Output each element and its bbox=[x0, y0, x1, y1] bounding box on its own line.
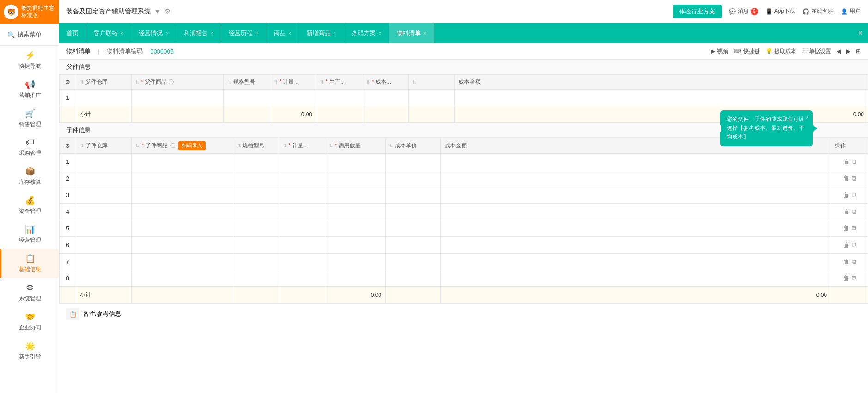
grid-view-btn[interactable]: ⊞ bbox=[856, 48, 861, 54]
parent-cost-sort-icon[interactable]: ⇅ bbox=[366, 79, 370, 85]
sidebar-item-operations[interactable]: 📊 经营管理 bbox=[0, 220, 59, 249]
child-col-settings[interactable]: ⚙ bbox=[60, 138, 76, 154]
child-unit-6[interactable] bbox=[279, 237, 326, 254]
child-warehouse-3[interactable] bbox=[76, 187, 132, 204]
search-menu-button[interactable]: 🔍 搜索菜单 bbox=[4, 28, 55, 42]
child-unit-price-4[interactable] bbox=[386, 204, 441, 220]
copy-row-7-button[interactable]: ⧉ bbox=[852, 258, 856, 266]
tab-bom-close[interactable]: × bbox=[423, 30, 426, 36]
shortcut-btn[interactable]: ⌨ 快捷键 bbox=[734, 48, 760, 55]
sidebar-item-quick-nav[interactable]: ⚡ 快捷导航 bbox=[0, 46, 59, 75]
copy-row-8-button[interactable]: ⧉ bbox=[852, 274, 856, 282]
child-qty-8[interactable] bbox=[326, 270, 386, 287]
tab-history-close[interactable]: × bbox=[255, 30, 258, 36]
sidebar-item-inventory[interactable]: 📦 库存核算 bbox=[0, 162, 59, 191]
tab-operations-close[interactable]: × bbox=[165, 30, 168, 36]
tab-operations[interactable]: 经营情况 × bbox=[131, 23, 176, 43]
child-warehouse-sort-icon[interactable]: ⇅ bbox=[80, 143, 84, 148]
tab-goods[interactable]: 商品 × bbox=[266, 23, 299, 43]
message-button[interactable]: 💬 消息 6 bbox=[729, 7, 758, 15]
tab-goods-close[interactable]: × bbox=[289, 30, 291, 36]
child-product-6[interactable] bbox=[132, 237, 233, 254]
child-unit-price-1[interactable] bbox=[386, 154, 441, 170]
delete-row-3-button[interactable]: 🗑 bbox=[843, 191, 849, 199]
child-qty-6[interactable] bbox=[326, 237, 386, 254]
child-qty-2[interactable] bbox=[326, 170, 386, 187]
parent-production-sort-icon[interactable]: ⇅ bbox=[320, 79, 324, 85]
child-unit-price-sort-icon[interactable]: ⇅ bbox=[389, 143, 393, 148]
prev-btn[interactable]: ◀ bbox=[837, 48, 841, 54]
child-spec-5[interactable] bbox=[233, 220, 279, 237]
child-spec-8[interactable] bbox=[233, 270, 279, 287]
child-unit-price-2[interactable] bbox=[386, 170, 441, 187]
child-product-2[interactable] bbox=[132, 170, 233, 187]
parent-unit-sort-icon[interactable]: ⇅ bbox=[274, 79, 277, 85]
delete-row-8-button[interactable]: 🗑 bbox=[843, 274, 849, 282]
tab-profit-close[interactable]: × bbox=[211, 30, 213, 36]
parent-product-sort-icon[interactable]: ⇅ bbox=[135, 79, 139, 85]
copy-row-3-button[interactable]: ⧉ bbox=[852, 191, 856, 199]
tab-profit[interactable]: 利润报告 × bbox=[176, 23, 221, 43]
tab-customer-close[interactable]: × bbox=[121, 30, 123, 36]
parent-spec-1[interactable] bbox=[224, 90, 270, 106]
app-download-button[interactable]: 📱 App下载 bbox=[766, 7, 795, 15]
online-service-button[interactable]: 🎧 在线客服 bbox=[802, 7, 833, 15]
child-unit-sort-icon[interactable]: ⇅ bbox=[283, 143, 287, 148]
tooltip-close-button[interactable]: × bbox=[806, 113, 809, 122]
child-spec-1[interactable] bbox=[233, 154, 279, 170]
breadcrumb-bom-list[interactable]: 物料清单 bbox=[66, 47, 90, 55]
sidebar-item-marketing[interactable]: 📢 营销推广 bbox=[0, 75, 59, 104]
child-unit-price-8[interactable] bbox=[386, 270, 441, 287]
child-warehouse-8[interactable] bbox=[76, 270, 132, 287]
sidebar-item-finance[interactable]: 💰 资金管理 bbox=[0, 191, 59, 220]
tab-barcode[interactable]: 条码方案 × bbox=[344, 23, 389, 43]
sidebar-item-guide[interactable]: 🌟 新手引导 bbox=[0, 336, 59, 365]
child-spec-4[interactable] bbox=[233, 204, 279, 220]
child-unit-1[interactable] bbox=[279, 154, 326, 170]
child-product-3[interactable] bbox=[132, 187, 233, 204]
sidebar-item-enterprise[interactable]: 🤝 企业协同 bbox=[0, 307, 59, 336]
child-qty-5[interactable] bbox=[326, 220, 386, 237]
extract-cost-btn[interactable]: 💡 提取成本 bbox=[766, 48, 796, 55]
notes-icon-button[interactable]: 📋 bbox=[66, 308, 79, 320]
child-qty-3[interactable] bbox=[326, 187, 386, 204]
child-unit-8[interactable] bbox=[279, 270, 326, 287]
tab-customer[interactable]: 客户联络 × bbox=[86, 23, 131, 43]
child-unit-2[interactable] bbox=[279, 170, 326, 187]
tab-new-goods[interactable]: 新增商品 × bbox=[299, 23, 344, 43]
sidebar-item-purchase[interactable]: 🏷 采购管理 bbox=[0, 133, 59, 162]
parent-spec-sort-icon[interactable]: ⇅ bbox=[228, 79, 231, 85]
delete-row-7-button[interactable]: 🗑 bbox=[843, 258, 849, 266]
child-product-1[interactable] bbox=[132, 154, 233, 170]
dropdown-icon[interactable]: ▼ bbox=[154, 8, 161, 15]
parent-product-1[interactable] bbox=[132, 90, 224, 106]
child-qty-sort-icon[interactable]: ⇅ bbox=[329, 143, 333, 148]
child-spec-3[interactable] bbox=[233, 187, 279, 204]
sidebar-item-system[interactable]: ⚙ 系统管理 bbox=[0, 278, 59, 307]
trial-button[interactable]: 体验行业方案 bbox=[673, 5, 722, 18]
child-warehouse-7[interactable] bbox=[76, 254, 132, 270]
tab-barcode-close[interactable]: × bbox=[379, 30, 381, 36]
sidebar-item-sales[interactable]: 🛒 销售管理 bbox=[0, 104, 59, 133]
child-unit-4[interactable] bbox=[279, 204, 326, 220]
delete-row-2-button[interactable]: 🗑 bbox=[843, 175, 849, 182]
child-warehouse-1[interactable] bbox=[76, 154, 132, 170]
parent-warehouse-sort-icon[interactable]: ⇅ bbox=[80, 79, 84, 85]
parent-cost-1[interactable] bbox=[362, 90, 409, 106]
sidebar-item-basic-info[interactable]: 📋 基础信息 bbox=[0, 249, 59, 278]
child-product-sort-icon[interactable]: ⇅ bbox=[135, 143, 139, 148]
user-button[interactable]: 👤 用户 bbox=[841, 7, 861, 15]
tab-bom[interactable]: 物料清单 × bbox=[389, 23, 434, 43]
copy-row-5-button[interactable]: ⧉ bbox=[852, 224, 856, 232]
child-spec-7[interactable] bbox=[233, 254, 279, 270]
child-product-8[interactable] bbox=[132, 270, 233, 287]
child-unit-price-5[interactable] bbox=[386, 220, 441, 237]
parent-production-1[interactable] bbox=[316, 90, 362, 106]
delete-row-6-button[interactable]: 🗑 bbox=[843, 241, 849, 249]
child-warehouse-4[interactable] bbox=[76, 204, 132, 220]
child-warehouse-5[interactable] bbox=[76, 220, 132, 237]
copy-row-2-button[interactable]: ⧉ bbox=[852, 175, 856, 182]
child-product-4[interactable] bbox=[132, 204, 233, 220]
delete-row-1-button[interactable]: 🗑 bbox=[843, 158, 849, 166]
child-spec-sort-icon[interactable]: ⇅ bbox=[237, 143, 241, 148]
